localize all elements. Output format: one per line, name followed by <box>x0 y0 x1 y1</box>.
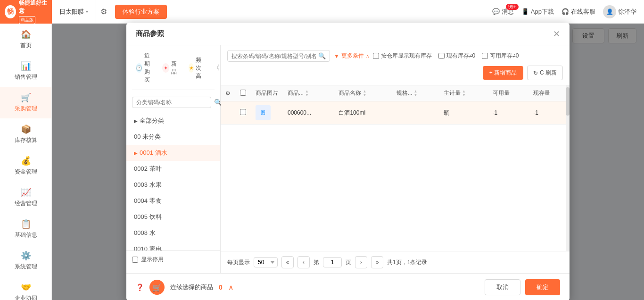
next-page-btn[interactable]: › <box>355 256 367 268</box>
th-stock: 现存量 <box>528 85 570 101</box>
main-content: 查询 设置 刷新 商品参照 ✕ 🕐 <box>52 24 644 300</box>
prev-page-btn[interactable]: ‹ <box>297 256 310 268</box>
logo: 畅 畅捷通好生意 精品版 <box>0 0 52 24</box>
sidebar-item-purchase[interactable]: 🛒 采购管理 <box>0 87 51 118</box>
purchase-icon: 🛒 <box>21 92 31 103</box>
system-icon: ⚙️ <box>21 250 31 261</box>
online-service-item[interactable]: 🎧 在线客服 <box>561 8 595 16</box>
sales-icon: 📊 <box>21 61 31 71</box>
category-0002[interactable]: 0002 茶叶 <box>126 161 220 177</box>
page-total: 共1页，1条记录 <box>387 258 427 267</box>
first-page-btn[interactable]: « <box>281 256 294 268</box>
freq-icon: ★ <box>189 63 194 73</box>
stock-nonzero-checkbox[interactable] <box>438 53 445 59</box>
row-unit: 瓶 <box>439 101 488 125</box>
category-0008[interactable]: 0008 水 <box>126 225 220 241</box>
cancel-button[interactable]: 取消 <box>485 279 520 295</box>
new-tab[interactable]: ✦ 新品 <box>158 58 183 78</box>
page-size-select[interactable]: 20 50 100 <box>254 257 278 267</box>
filter-nonzero-stock[interactable]: 现有库存≠0 <box>438 52 475 60</box>
basics-icon: 📋 <box>21 219 31 229</box>
mobile-icon: 📱 <box>521 8 529 15</box>
more-filter-btn[interactable]: ▼ 更多条件 ∧ <box>334 52 369 60</box>
filter-by-warehouse[interactable]: 按仓库显示现有库存 <box>373 52 432 60</box>
cart-icon[interactable]: 🛒 <box>149 280 165 295</box>
category-00[interactable]: 00 未分类 <box>126 129 220 145</box>
collapse-footer-icon[interactable]: ∧ <box>228 283 234 292</box>
show-disabled-input[interactable] <box>132 257 138 263</box>
select-all-checkbox[interactable] <box>240 90 246 96</box>
filter-icon: ▼ <box>334 53 339 59</box>
filter-nonzero-avail[interactable]: 可用库存≠0 <box>482 52 519 60</box>
sidebar-item-inventory[interactable]: 📦 库存核算 <box>0 118 51 150</box>
sidebar-item-basics[interactable]: 📋 基础信息 <box>0 213 51 245</box>
category-0010[interactable]: 0010 家电 <box>126 241 220 250</box>
category-0003[interactable]: 0003 水果 <box>126 177 220 193</box>
th-avail: 可用量 <box>488 85 529 101</box>
scrollbar-thumb[interactable] <box>566 87 570 116</box>
modal-left-footer: 显示停用 <box>126 250 220 268</box>
inventory-icon: 📦 <box>21 124 31 134</box>
finance-icon: 💰 <box>21 156 31 166</box>
sidebar-item-collab[interactable]: 🤝 企业协同 <box>0 276 51 300</box>
message-icon: 💬 <box>492 8 500 15</box>
page-number-input[interactable] <box>323 257 342 267</box>
toolbar-right-actions: + 新增商品 ↻ C 刷新 <box>483 66 563 80</box>
search-icon: 🔍 <box>318 52 326 59</box>
company-selector[interactable]: 日太阳膜 ▾ <box>52 0 96 23</box>
sidebar-item-home[interactable]: 🏠 首页 <box>0 24 51 55</box>
category-0001[interactable]: ▶ 0001 酒水 <box>126 145 220 161</box>
sidebar-item-operations[interactable]: 📈 经营管理 <box>0 182 51 213</box>
cart-count: 0 <box>219 283 223 291</box>
freq-tab[interactable]: ★ 频次高 <box>185 54 209 82</box>
product-image-placeholder: 图 <box>256 105 271 120</box>
filter-checkboxes: 按仓库显示现有库存 现有库存≠0 可用库存≠0 <box>373 52 519 60</box>
last-page-btn[interactable]: » <box>371 256 383 268</box>
arrow-icon: ▶ <box>134 150 138 156</box>
table-row[interactable]: 图 000600... 白酒100ml 瓶 -1 -1 <box>221 101 570 125</box>
row-spec <box>392 101 439 125</box>
modal-close-icon[interactable]: ✕ <box>553 30 560 38</box>
per-page-label: 每页显示 <box>227 258 250 267</box>
modal-body: 🕐 近期购买 ✦ 新品 ★ 频次高 《 <box>126 45 570 273</box>
modal-right-panel: 🔍 ▼ 更多条件 ∧ 按仓库显示现有库存 <box>221 45 570 273</box>
category-search-input[interactable] <box>132 97 211 108</box>
row-avail: -1 <box>488 101 529 125</box>
avail-nonzero-checkbox[interactable] <box>482 53 488 59</box>
new-icon: ✦ <box>162 63 169 73</box>
sort-arrows-name: ▲▼ <box>363 90 366 97</box>
warehouse-checkbox[interactable] <box>373 53 379 59</box>
recent-tab[interactable]: 🕐 近期购买 <box>132 50 157 86</box>
product-search-input[interactable] <box>231 53 316 59</box>
experience-btn[interactable]: 体验行业方案 <box>115 5 167 19</box>
quick-tabs: 🕐 近期购买 ✦ 新品 ★ 频次高 《 <box>126 50 220 86</box>
selector-arrow-icon: ▾ <box>86 9 88 14</box>
refresh-list-btn[interactable]: ↻ C 刷新 <box>527 66 563 80</box>
add-product-btn[interactable]: + 新增商品 <box>483 66 523 80</box>
category-all[interactable]: ▶ 全部分类 <box>126 113 220 129</box>
help-icon[interactable]: ❓ <box>136 283 144 291</box>
collapse-panel-icon[interactable]: 《 <box>211 64 222 72</box>
scrollbar-track <box>566 85 570 251</box>
th-check <box>235 85 251 101</box>
category-0004[interactable]: 0004 零食 <box>126 193 220 209</box>
messages-item[interactable]: 💬 消息 99+ <box>492 8 514 16</box>
sidebar-item-sales[interactable]: 📊 销售管理 <box>0 55 51 87</box>
settings-icon[interactable]: ⚙ <box>96 4 111 19</box>
sort-arrows-spec: ▲▼ <box>414 90 418 97</box>
sidebar-item-finance[interactable]: 💰 资金管理 <box>0 150 51 182</box>
sidebar-item-system[interactable]: ⚙️ 系统管理 <box>0 245 51 276</box>
show-disabled-checkbox[interactable]: 显示停用 <box>132 256 215 264</box>
th-unit: 主计量 ▲▼ <box>439 85 488 101</box>
divider <box>132 90 215 90</box>
th-code: 商品... ▲▼ <box>283 85 334 101</box>
sidebar: 🏠 首页 📊 销售管理 🛒 采购管理 📦 库存核算 💰 资金管理 📈 经营管理 … <box>0 24 52 300</box>
app-download-item[interactable]: 📱 App下载 <box>521 8 554 16</box>
user-profile[interactable]: 👤 徐泽华 <box>603 5 636 18</box>
row-select-checkbox[interactable] <box>240 109 246 115</box>
category-0005[interactable]: 0005 饮料 <box>126 209 220 225</box>
product-table-container: ⚙ 商品图片 商品... ▲▼ <box>221 85 570 251</box>
confirm-button[interactable]: 确定 <box>525 279 560 295</box>
row-stock: -1 <box>528 101 570 125</box>
filter-collapse-icon: ∧ <box>366 53 369 58</box>
